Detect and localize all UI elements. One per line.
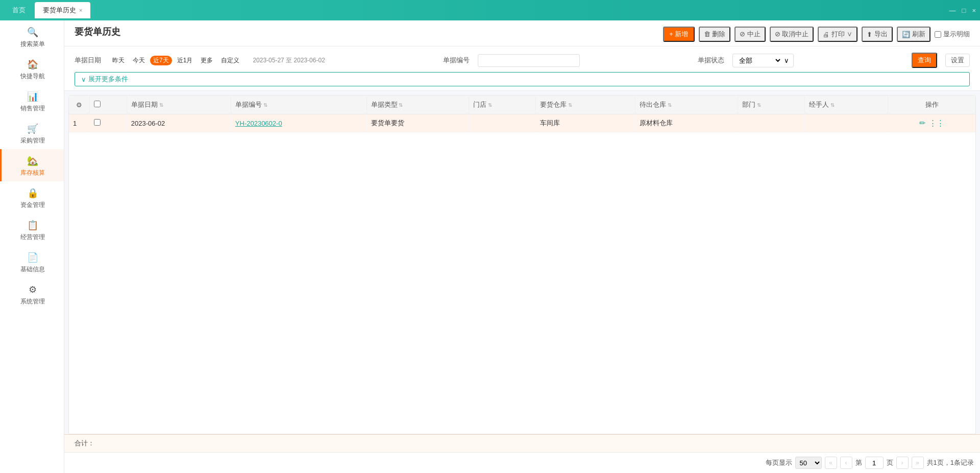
sales-icon: 📊	[27, 91, 38, 102]
pagination: 每页显示 20 50 100 200 « ‹ 第 页 › » 共1页，1条记录	[64, 452, 980, 473]
system-icon: ⚙	[29, 284, 37, 295]
th-store[interactable]: 门店	[469, 96, 536, 114]
first-page-button[interactable]: «	[825, 457, 837, 469]
per-page-label: 每页显示	[766, 458, 792, 467]
status-select-wrap[interactable]: 全部 待审核 已审核 已中止 ∨	[732, 54, 794, 67]
bill-no-label: 单据编号	[443, 56, 470, 65]
edit-icon[interactable]: ✏	[919, 119, 926, 128]
sidebar: 🔍 搜索菜单 🏠 快捷导航 📊 销售管理 🛒 采购管理 🏡 库存核算 🔒 资金管…	[0, 20, 64, 473]
tab-home-label: 首页	[12, 6, 26, 15]
sidebar-item-sales[interactable]: 📊 销售管理	[0, 85, 64, 117]
tab-close-icon[interactable]: ×	[79, 7, 82, 13]
td-req-warehouse: 车间库	[536, 114, 635, 132]
purchase-icon: 🛒	[27, 123, 38, 134]
th-req-warehouse[interactable]: 要货仓库	[536, 96, 635, 114]
sidebar-item-search[interactable]: 🔍 搜索菜单	[0, 20, 64, 53]
sidebar-search-label: 搜索菜单	[20, 40, 45, 49]
sidebar-item-finance[interactable]: 🔒 资金管理	[0, 181, 64, 214]
date-today[interactable]: 今天	[130, 56, 148, 65]
date-custom[interactable]: 自定义	[218, 56, 242, 65]
total-info: 共1页，1条记录	[927, 458, 974, 467]
print-button[interactable]: 🖨 🖨 打印 打印 ∨	[818, 27, 857, 42]
refresh-icon: 🔄	[902, 31, 910, 38]
page-header-block: 要货单历史 + 新增 🗑 删除 ⊘ 中止 ⊘ 取消中止 🖨 🖨 打印 打印 ∨ …	[64, 20, 980, 46]
window-actions: — □ ×	[949, 7, 976, 14]
search-icon: 🔍	[27, 27, 38, 38]
query-button[interactable]: 查询	[912, 53, 937, 68]
window-close[interactable]: ×	[972, 7, 976, 14]
sidebar-item-system[interactable]: ⚙ 系统管理	[0, 278, 64, 310]
page-input[interactable]	[865, 457, 884, 469]
date-1month[interactable]: 近1月	[174, 56, 196, 65]
prev-page-button[interactable]: ‹	[840, 457, 852, 469]
per-page-select[interactable]: 20 50 100 200	[795, 457, 822, 469]
td-index: 1	[69, 114, 89, 132]
date-filter-label: 单据日期	[75, 56, 101, 65]
td-handler	[805, 114, 888, 132]
new-button[interactable]: + 新增	[663, 27, 694, 42]
td-bill-type: 要货单要货	[366, 114, 469, 132]
th-dept[interactable]: 部门	[738, 96, 804, 114]
date-7days[interactable]: 近7天	[150, 56, 172, 65]
data-table: ⚙ 单据日期 单据编号 单据类型 门店 要货仓库 待出仓库 部门 经手人 操作	[69, 96, 975, 132]
th-bill-no[interactable]: 单据编号	[231, 96, 366, 114]
th-bill-type[interactable]: 单据类型	[366, 96, 469, 114]
select-all-checkbox[interactable]	[94, 101, 101, 107]
inventory-icon: 🏡	[27, 155, 38, 167]
footer-summary: 合计：	[64, 434, 980, 452]
tab-purchase-history[interactable]: 要货单历史 ×	[35, 2, 90, 18]
sidebar-item-inventory[interactable]: 🏡 库存核算	[0, 149, 64, 181]
sidebar-item-operations[interactable]: 📋 经营管理	[0, 214, 64, 246]
status-select[interactable]: 全部 待审核 已审核 已中止	[737, 56, 782, 65]
delete-button[interactable]: 🗑 删除	[699, 27, 731, 42]
date-yesterday[interactable]: 昨天	[109, 56, 128, 65]
td-checkbox[interactable]	[89, 114, 127, 132]
bill-no-link[interactable]: YH-20230602-0	[235, 120, 282, 127]
th-date[interactable]: 单据日期	[127, 96, 231, 114]
top-bar: 首页 要货单历史 × — □ ×	[0, 0, 980, 20]
next-page-button[interactable]: ›	[896, 457, 909, 469]
window-maximize[interactable]: □	[962, 7, 966, 14]
bill-no-input[interactable]	[478, 54, 580, 67]
sidebar-quicknav-label: 快捷导航	[20, 72, 45, 81]
settings-button[interactable]: 设置	[945, 54, 970, 67]
sidebar-item-quicknav[interactable]: 🏠 快捷导航	[0, 53, 64, 85]
row-checkbox[interactable]	[94, 119, 101, 126]
last-page-button[interactable]: »	[912, 457, 924, 469]
td-dest-warehouse: 原材料仓库	[635, 114, 738, 132]
print-icon: 🖨	[823, 31, 829, 38]
th-settings[interactable]: ⚙	[69, 96, 89, 114]
th-ops: 操作	[888, 96, 975, 114]
export-button[interactable]: ⬆ 导出	[862, 27, 893, 42]
filter-row-1: 单据日期 昨天 今天 近7天 近1月 更多 自定义 2023-05-27 至 2…	[75, 53, 970, 68]
sidebar-finance-label: 资金管理	[20, 201, 45, 209]
expand-row: ∨ 展开更多条件	[75, 72, 970, 86]
table-wrap: ⚙ 单据日期 单据编号 单据类型 门店 要货仓库 待出仓库 部门 经手人 操作	[68, 95, 976, 434]
th-handler[interactable]: 经手人	[805, 96, 888, 114]
date-more[interactable]: 更多	[198, 56, 216, 65]
sidebar-purchase-label: 采购管理	[20, 136, 45, 145]
date-range-display: 2023-05-27 至 2023-06-02	[253, 56, 325, 65]
tab-list: 首页 要货单历史 ×	[4, 2, 949, 18]
sidebar-item-purchase[interactable]: 🛒 采购管理	[0, 117, 64, 149]
home-icon: 🏠	[27, 59, 38, 70]
sidebar-inventory-label: 库存核算	[20, 169, 45, 177]
stop-button[interactable]: ⊘ 中止	[734, 27, 766, 42]
cancel-stop-button[interactable]: ⊘ 取消中止	[770, 27, 814, 42]
display-cells-checkbox[interactable]	[935, 31, 941, 38]
expand-label: 展开更多条件	[88, 75, 128, 84]
td-bill-no: YH-20230602-0	[231, 114, 366, 132]
tab-purchase-history-label: 要货单历史	[43, 6, 76, 15]
refresh-button[interactable]: 🔄 刷新	[897, 27, 930, 42]
td-dept	[738, 114, 804, 132]
window-minimize[interactable]: —	[949, 7, 956, 14]
th-dest-warehouse[interactable]: 待出仓库	[635, 96, 738, 114]
th-checkbox	[89, 96, 127, 114]
tab-home[interactable]: 首页	[4, 2, 34, 18]
chevron-down-icon: ∨	[784, 57, 789, 64]
expand-button[interactable]: ∨ 展开更多条件	[75, 72, 970, 86]
layout: 🔍 搜索菜单 🏠 快捷导航 📊 销售管理 🛒 采购管理 🏡 库存核算 🔒 资金管…	[0, 20, 980, 473]
sidebar-item-basicinfo[interactable]: 📄 基础信息	[0, 246, 64, 278]
more-ops-icon[interactable]: ⋮⋮	[929, 119, 944, 128]
finance-icon: 🔒	[27, 187, 38, 199]
